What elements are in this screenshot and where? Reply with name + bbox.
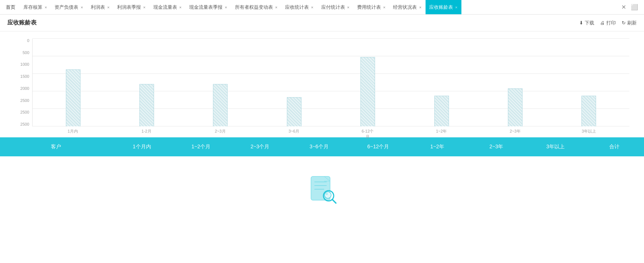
table-header-2to3m: 2~3个月	[231, 144, 289, 150]
x-axis-label: 3年以上	[581, 129, 596, 134]
tab-label: 资产负债表	[55, 4, 78, 11]
table-header-1to2m: 1~2个月	[171, 144, 230, 150]
tab-profit-quarterly[interactable]: 利润表季报×	[113, 0, 149, 15]
chart-bar	[66, 69, 80, 126]
tab-label: 现金流量表	[153, 4, 177, 11]
window-actions: ✕ ⬜	[618, 2, 643, 12]
svg-line-6	[332, 199, 336, 203]
svg-point-7	[326, 193, 328, 195]
y-axis-label: 1000	[15, 62, 29, 66]
print-label: 打印	[606, 20, 616, 26]
tab-close-expense-stats[interactable]: ×	[383, 5, 385, 9]
chart-bar	[360, 57, 375, 126]
maximize-window-button[interactable]: ⬜	[629, 2, 640, 12]
tab-inventory[interactable]: 库存核算×	[20, 0, 51, 15]
tab-ap-stats[interactable]: 应付统计表×	[318, 0, 353, 15]
tab-equity[interactable]: 所有者权益变动表×	[231, 0, 281, 15]
svg-point-5	[325, 192, 331, 198]
bars-row	[33, 39, 629, 126]
tab-balance-sheet[interactable]: 资产负债表×	[51, 0, 87, 15]
tab-label: 利润表季报	[117, 4, 141, 11]
tab-operations[interactable]: 经营状况表×	[389, 0, 425, 15]
bar-group	[581, 96, 596, 126]
bar-group	[508, 88, 523, 126]
download-button[interactable]: ⬇ 下载	[579, 20, 594, 26]
tab-close-ar-stats[interactable]: ×	[311, 5, 313, 9]
refresh-icon: ↻	[622, 20, 626, 26]
x-axis-label: 1~2年	[434, 129, 449, 134]
y-axis-label: 500	[15, 51, 29, 55]
table-header-6to12m: 6~12个月	[349, 144, 408, 150]
bar-group	[360, 57, 375, 126]
table-header-customer: 客户	[0, 144, 112, 150]
chart-bar	[287, 97, 302, 126]
table-body	[0, 156, 644, 222]
tab-label: 应收账龄表	[429, 4, 453, 11]
tab-profit[interactable]: 利润表×	[87, 0, 113, 15]
tab-label: 应付统计表	[321, 4, 345, 11]
bar-group	[139, 84, 154, 126]
tab-ar-stats[interactable]: 应收统计表×	[281, 0, 317, 15]
print-icon: 🖨	[600, 20, 605, 26]
y-axis-label: 2500	[15, 99, 29, 103]
chart-area: 1月内1-2月2~3月3~6月6-12个月1~2年2~3年3年以上	[32, 39, 629, 134]
tab-label: 应收统计表	[285, 4, 309, 11]
tab-ar-aging[interactable]: 应收账龄表×	[426, 0, 461, 15]
table-header-3to6m: 3~6个月	[289, 144, 348, 150]
tab-expense-stats[interactable]: 费用统计表×	[353, 0, 389, 15]
y-axis-label: 0	[15, 39, 29, 43]
chart-wrapper: 2500250025002000150010005000 1月内1	[15, 39, 629, 134]
tab-close-equity[interactable]: ×	[275, 5, 277, 9]
tab-close-profit[interactable]: ×	[107, 5, 109, 9]
tab-label: 费用统计表	[357, 4, 381, 11]
empty-state	[296, 164, 348, 215]
x-axis-label: 2~3月	[213, 129, 228, 134]
bar-group	[287, 97, 302, 126]
tab-close-balance-sheet[interactable]: ×	[80, 5, 83, 9]
chart-bar	[139, 84, 154, 126]
close-window-button[interactable]: ✕	[618, 2, 629, 12]
y-axis-label: 1500	[15, 75, 29, 79]
x-axis-label: 3~6月	[287, 129, 301, 134]
tab-close-cashflow-quarterly[interactable]: ×	[225, 5, 227, 9]
tab-close-operations[interactable]: ×	[419, 5, 421, 9]
main-content: 2500250025002000150010005000 1月内1	[0, 31, 644, 263]
tab-cashflow-quarterly[interactable]: 现金流量表季报×	[186, 0, 231, 15]
table-header: 客户1个月内1~2个月2~3个月3~6个月6~12个月1~2年2~3年3年以上合…	[0, 137, 644, 156]
chart-container: 2500250025002000150010005000 1月内1	[0, 31, 644, 137]
tab-label: 利润表	[91, 4, 105, 11]
tab-label: 库存核算	[23, 4, 42, 11]
x-axis-label: 1月内	[65, 129, 80, 134]
table-header-2to3y: 2~3年	[467, 144, 526, 150]
print-button[interactable]: 🖨 打印	[600, 20, 616, 26]
tab-label: 经营状况表	[393, 4, 417, 11]
tab-close-cashflow[interactable]: ×	[179, 5, 181, 9]
tab-label: 所有者权益变动表	[235, 4, 273, 11]
bar-group	[213, 84, 228, 126]
tab-close-ar-aging[interactable]: ×	[455, 5, 457, 9]
y-axis-label: 2500	[15, 110, 29, 114]
header-actions: ⬇ 下载 🖨 打印 ↻ 刷新	[579, 20, 637, 26]
tab-home[interactable]: 首页	[1, 0, 20, 15]
tab-close-profit-quarterly[interactable]: ×	[143, 5, 145, 9]
chart-bar	[581, 96, 596, 126]
tab-close-inventory[interactable]: ×	[45, 5, 47, 9]
page-title: 应收账龄表	[7, 19, 37, 27]
table-header-total: 合计	[585, 144, 644, 150]
download-icon: ⬇	[579, 20, 583, 26]
tab-cashflow[interactable]: 现金流量表×	[150, 0, 186, 15]
chart-bar	[213, 84, 228, 126]
page-header: 应收账龄表 ⬇ 下载 🖨 打印 ↻ 刷新	[0, 15, 644, 31]
y-axis-label: 2500	[15, 122, 29, 126]
tab-bar: 首页 库存核算×资产负债表×利润表×利润表季报×现金流量表×现金流量表季报×所有…	[0, 0, 644, 15]
x-axis-label: 1-2月	[139, 129, 154, 134]
chart-bar	[508, 88, 523, 126]
refresh-label: 刷新	[627, 20, 637, 26]
table-header-within1m: 1个月内	[112, 144, 171, 150]
chart-grid	[32, 39, 629, 126]
tab-close-ap-stats[interactable]: ×	[347, 5, 349, 9]
empty-illustration	[304, 171, 340, 207]
refresh-button[interactable]: ↻ 刷新	[622, 20, 637, 26]
table-header-1to2y: 1~2年	[408, 144, 467, 150]
x-axis-label: 2~3年	[508, 129, 523, 134]
